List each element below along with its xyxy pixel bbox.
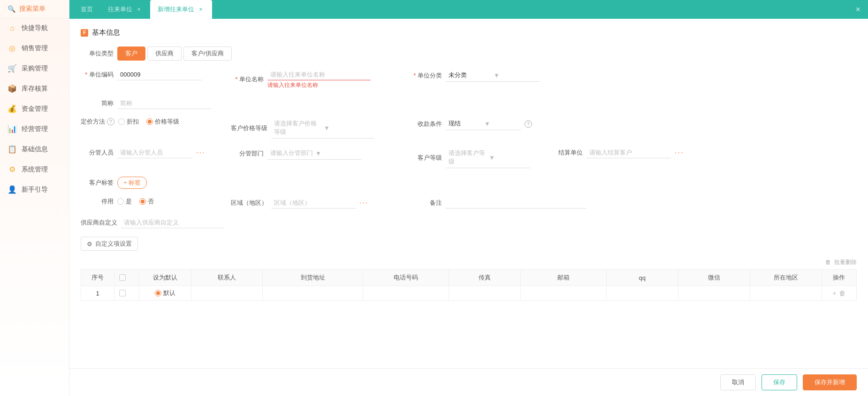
batch-delete-icon: 🗑 — [825, 259, 831, 265]
gear-icon: ⚙ — [87, 241, 92, 248]
department-field: 分管部门 请输入分管部门 ▼ — [231, 147, 409, 160]
customer-level-field: 客户等级 请选择客户等级 ▼ — [409, 147, 550, 168]
row-add-btn[interactable]: + — [832, 289, 836, 297]
department-select[interactable]: 请输入分管部门 ▼ — [267, 147, 361, 160]
sales-icon: ◎ — [8, 44, 17, 53]
tab-bar-close-all[interactable]: × — [852, 5, 864, 15]
customer-level-select[interactable]: 请选择客户等级 ▼ — [446, 147, 530, 168]
pricing-help-icon[interactable]: ? — [107, 118, 114, 125]
sidebar-item-basic-info[interactable]: 📋 基础信息 — [0, 139, 69, 159]
sidebar-item-operations[interactable]: 📊 经营管理 — [0, 119, 69, 139]
settlement-unit-label: 结算单位 — [550, 148, 583, 157]
unit-name-label: 单位名称 — [231, 75, 264, 84]
region-more-btn[interactable]: ··· — [359, 199, 368, 207]
settlement-more-btn[interactable]: ··· — [675, 148, 684, 157]
tab-new-partner[interactable]: 新增往来单位 × — [150, 0, 212, 19]
qq-input[interactable] — [624, 290, 661, 297]
cancel-button[interactable]: 取消 — [720, 374, 756, 390]
tab-partners[interactable]: 往来单位 × — [100, 0, 150, 19]
contact-input[interactable] — [208, 290, 245, 297]
remarks-field: 备注 — [409, 197, 857, 209]
address-input[interactable] — [285, 290, 341, 297]
row-default-radio[interactable]: 默认 — [144, 289, 186, 297]
custom-settings-button[interactable]: ⚙ 自定义项设置 — [81, 237, 138, 251]
sidebar-search-label: 搜索菜单 — [19, 5, 46, 13]
customer-price-level-select[interactable]: 请选择客户价格等级 ▼ — [271, 117, 374, 139]
operations-icon: 📊 — [8, 124, 17, 133]
manager-more-btn[interactable]: ··· — [196, 148, 205, 157]
tab-new-partner-close[interactable]: × — [197, 6, 205, 13]
email-input[interactable] — [540, 290, 587, 297]
row-address[interactable] — [263, 286, 363, 301]
pricing-discount-label: 折扣 — [127, 117, 139, 126]
add-tag-button[interactable]: + 标签 — [117, 177, 147, 189]
row-qq[interactable] — [606, 286, 678, 301]
purchase-icon: 🛒 — [8, 64, 17, 73]
disabled-yes-option[interactable]: 是 — [117, 197, 132, 206]
settlement-unit-input[interactable] — [586, 147, 671, 158]
save-button[interactable]: 保存 — [761, 374, 797, 390]
fax-input[interactable] — [466, 290, 503, 297]
manager-input[interactable] — [117, 147, 192, 158]
tab-home[interactable]: 首页 — [73, 0, 100, 19]
wechat-input[interactable] — [695, 290, 733, 297]
short-name-input[interactable] — [117, 98, 211, 109]
row-wechat[interactable] — [678, 286, 750, 301]
batch-delete-label[interactable]: 批量删除 — [834, 259, 857, 265]
tab-partners-close[interactable]: × — [135, 6, 143, 13]
pricing-method-field: 定价方法 ? 折扣 价格等级 — [81, 117, 231, 126]
unit-type-group: 客户 供应商 客户/供应商 — [117, 47, 232, 61]
phone-input[interactable] — [382, 290, 429, 297]
row-contact[interactable] — [191, 286, 263, 301]
unit-type-customer[interactable]: 客户 — [117, 47, 145, 61]
sidebar-item-quick-nav[interactable]: ⌂ 快捷导航 — [0, 18, 69, 38]
sidebar-item-label: 采购管理 — [22, 64, 48, 73]
pricing-row: 定价方法 ? 折扣 价格等级 客户价格等级 请选择客户价 — [81, 117, 857, 139]
tab-partners-label: 往来单位 — [108, 5, 132, 14]
sidebar-item-label: 库存核算 — [22, 85, 48, 93]
remarks-input[interactable] — [446, 197, 586, 209]
unit-category-field: 单位分类 未分类 ▼ — [409, 69, 569, 82]
sidebar-item-system-mgmt[interactable]: ⚙ 系统管理 — [0, 159, 69, 179]
unit-category-select[interactable]: 未分类 ▼ — [446, 69, 540, 82]
sidebar-item-newbie-guide[interactable]: 👤 新手引导 — [0, 179, 69, 200]
supplier-custom-label: 供应商自定义 — [81, 218, 117, 227]
row-email[interactable] — [520, 286, 606, 301]
save-new-button[interactable]: 保存并新增 — [803, 374, 857, 390]
main-area: 首页 往来单位 × 新增往来单位 × × F 基本信息 单位类型 客户 — [69, 0, 868, 396]
unit-name-error: 请输入往来单位名称 — [267, 81, 371, 89]
supplier-custom-input[interactable] — [121, 217, 224, 228]
sidebar-item-label: 资金管理 — [22, 105, 48, 113]
batch-delete-area: 🗑 批量删除 — [81, 258, 857, 266]
sidebar-item-label: 基础信息 — [22, 145, 48, 154]
pricing-level-option[interactable]: 价格等级 — [146, 117, 179, 126]
region-input[interactable] — [271, 197, 356, 209]
payment-terms-select[interactable]: 现结 ▼ — [446, 117, 521, 130]
disabled-no-option[interactable]: 否 — [139, 197, 154, 206]
disabled-yes-label: 是 — [126, 197, 132, 206]
sidebar-item-inventory[interactable]: 📦 库存核算 — [0, 78, 69, 99]
sidebar: 🔍 搜索菜单 ⌂ 快捷导航 ◎ 销售管理 🛒 采购管理 📦 库存核算 💰 资金管… — [0, 0, 69, 396]
sidebar-item-finance[interactable]: 💰 资金管理 — [0, 99, 69, 119]
sidebar-item-purchase-mgmt[interactable]: 🛒 采购管理 — [0, 58, 69, 78]
row-fax[interactable] — [449, 286, 520, 301]
unit-type-both[interactable]: 客户/供应商 — [183, 47, 232, 61]
unit-type-supplier[interactable]: 供应商 — [147, 47, 182, 61]
customer-level-label: 客户等级 — [409, 154, 442, 162]
payment-help-icon[interactable]: ? — [525, 120, 532, 128]
col-fax: 传真 — [449, 270, 520, 286]
row-region-input[interactable] — [767, 290, 805, 297]
sidebar-search[interactable]: 🔍 搜索菜单 — [0, 0, 69, 18]
unit-name-input[interactable] — [267, 69, 371, 80]
sidebar-item-sales-mgmt[interactable]: ◎ 销售管理 — [0, 38, 69, 58]
row-region[interactable] — [750, 286, 822, 301]
row-phone[interactable] — [363, 286, 449, 301]
select-all-checkbox[interactable] — [119, 274, 126, 281]
pricing-discount-option[interactable]: 折扣 — [118, 117, 139, 126]
chevron-down-icon2: ▼ — [324, 124, 372, 132]
inventory-icon: 📦 — [8, 84, 17, 93]
unit-code-input[interactable] — [117, 69, 202, 80]
short-name-field: 简称 — [81, 98, 231, 109]
row-delete-btn[interactable]: 🗑 — [839, 289, 845, 297]
row-checkbox[interactable] — [119, 290, 126, 296]
